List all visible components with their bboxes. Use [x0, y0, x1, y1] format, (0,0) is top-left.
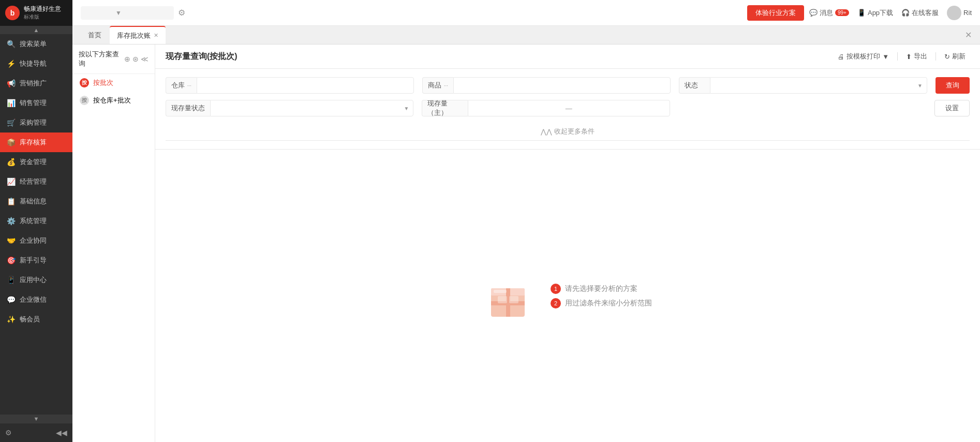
export-label: 导出 [914, 52, 927, 61]
sidebar-item-system[interactable]: ⚙️ 系统管理 [0, 211, 72, 231]
enterprise-wechat-icon: 💬 [6, 295, 16, 304]
sidebar-item-quick-nav[interactable]: ⚡ 快捷导航 [0, 54, 72, 73]
stock-status-select[interactable]: 有库存 无库存 全部 [211, 100, 413, 116]
phone-icon: 📱 [857, 9, 866, 17]
export-icon: ⬆ [906, 53, 912, 61]
panel-close-button[interactable]: ✕ [965, 30, 972, 40]
tab-inventory-batch-label: 库存批次账 [117, 31, 151, 40]
scheme-label: 按仓库+批次 [93, 96, 131, 105]
basic-info-icon: 📋 [6, 197, 16, 206]
collapse-label: 收起更多条件 [554, 127, 595, 136]
collapse-up-icon: ⋀⋀ [541, 128, 552, 136]
search-menu-icon: 🔍 [6, 39, 16, 49]
sidebar-item-label: 应用中心 [20, 275, 47, 285]
export-button[interactable]: ⬆ 导出 [902, 50, 931, 63]
topbar-gear-icon[interactable]: ⚙ [178, 8, 185, 18]
tabbar-right: ✕ [965, 30, 972, 40]
sidebar-item-label: 企业协同 [20, 236, 47, 245]
settings-button[interactable]: 设置 [934, 100, 970, 116]
collapse-panel-button[interactable]: ≪ [141, 55, 149, 63]
left-panel-header: 按以下方案查询 ⊕ ⊛ ≪ [72, 45, 155, 74]
print-icon: 🖨 [838, 53, 844, 61]
query-form-row-1: 仓库 ··· 商品 ··· 状态 [166, 77, 970, 94]
right-panel: 现存量查询(按批次) 🖨 按模板打印 ▼ ⬆ 导出 ↻ 刷 [155, 45, 980, 442]
empty-step-2: 2 用过滤条件来缩小分析范围 [551, 298, 652, 308]
sidebar-item-enterprise-wechat[interactable]: 💬 企业微信 [0, 290, 72, 310]
sidebar-item-basic-info[interactable]: 📋 基础信息 [0, 191, 72, 211]
add-scheme-button[interactable]: ⊕ [124, 55, 130, 63]
tab-close-button[interactable]: ✕ [154, 33, 158, 38]
scheme-inactive-icon: 按 [80, 96, 89, 105]
sidebar-item-marketing[interactable]: 📢 营销推广 [0, 73, 72, 93]
empty-step-1: 1 请先选择要分析的方案 [551, 284, 652, 294]
app-download-button[interactable]: 📱 App下载 [857, 8, 893, 18]
scheme-settings-button[interactable]: ⊛ [132, 55, 139, 63]
user-name: Rit [963, 9, 972, 17]
collapse-sidebar-button[interactable]: ◀◀ [56, 429, 67, 437]
app-logo: b [5, 6, 20, 20]
sidebar-item-search-menu[interactable]: 🔍 搜索菜单 [0, 34, 72, 54]
sidebar-item-app-center[interactable]: 📱 应用中心 [0, 270, 72, 290]
sidebar: b 畅康通好生意 标准版 ▲ 🔍 搜索菜单 ⚡ 快捷导航 📢 营销推广 📊 销售… [0, 0, 72, 442]
collapse-bar[interactable]: ⋀⋀ 收起更多条件 [166, 123, 970, 141]
topbar-left: ▼ ⚙ [81, 6, 742, 20]
scheme-item-by-batch[interactable]: 按 按批次 [72, 74, 155, 92]
newbie-icon: 🎯 [6, 256, 16, 265]
quick-nav-icon: ⚡ [6, 59, 16, 68]
tab-home-label: 首页 [88, 31, 101, 40]
status-select[interactable]: 正常 锁定 [710, 78, 927, 93]
sidebar-item-newbie[interactable]: 🎯 新手引导 [0, 251, 72, 270]
member-icon: ✨ [6, 315, 16, 324]
message-icon: 💬 [809, 9, 818, 17]
sidebar-item-inventory[interactable]: 📦 库存核算 [0, 132, 72, 152]
warehouse-input[interactable] [197, 77, 414, 94]
warehouse-more-icon[interactable]: ··· [187, 83, 191, 89]
print-button[interactable]: 🖨 按模板打印 ▼ [834, 50, 893, 63]
user-area[interactable]: Rit [947, 6, 972, 20]
print-dropdown-icon: ▼ [882, 53, 889, 61]
product-more-icon[interactable]: ··· [444, 83, 448, 89]
tab-home[interactable]: 首页 [81, 26, 109, 44]
shine [494, 290, 507, 293]
industry-solution-button[interactable]: 体验行业方案 [747, 5, 804, 21]
step-num-1: 1 [551, 284, 561, 294]
stock-qty-max-input[interactable] [574, 102, 670, 115]
empty-steps: 1 请先选择要分析的方案 2 用过滤条件来缩小分析范围 [551, 284, 652, 308]
empty-svg [483, 270, 535, 322]
sidebar-item-finance[interactable]: 💰 资金管理 [0, 152, 72, 172]
query-form-row-2: 现存量状态 有库存 无库存 全部 ▼ [166, 100, 970, 116]
warehouse-field: 仓库 ··· [166, 77, 414, 94]
headset-icon: 🎧 [901, 9, 910, 17]
face-right [509, 296, 518, 303]
sidebar-item-enterprise[interactable]: 🤝 企业协同 [0, 231, 72, 251]
sidebar-item-label: 快捷导航 [20, 59, 47, 68]
box-ribbon-h [491, 301, 525, 305]
product-input[interactable] [453, 77, 671, 94]
messages-button[interactable]: 💬 消息 99+ [809, 8, 849, 18]
search-dropdown-button[interactable]: ▼ [115, 9, 122, 17]
user-avatar [947, 6, 961, 20]
scheme-item-by-warehouse-batch[interactable]: 按 按仓库+批次 [72, 92, 155, 109]
sidebar-item-member[interactable]: ✨ 畅会员 [0, 310, 72, 329]
settings-icon[interactable]: ⚙ [5, 429, 12, 437]
sidebar-nav: 🔍 搜索菜单 ⚡ 快捷导航 📢 营销推广 📊 销售管理 🛒 采购管理 📦 库存核… [0, 34, 72, 415]
stock-status-label: 现存量状态 [166, 100, 210, 116]
query-button[interactable]: 查询 [936, 77, 970, 94]
scheme-active-icon: 按 [80, 78, 89, 87]
online-service-button[interactable]: 🎧 在线客服 [901, 8, 939, 18]
sidebar-scroll-down[interactable]: ▼ [0, 415, 72, 423]
query-form: 仓库 ··· 商品 ··· 状态 [155, 69, 980, 150]
sidebar-item-label: 资金管理 [20, 157, 47, 167]
tab-inventory-batch[interactable]: 库存批次账 ✕ [110, 26, 166, 44]
content-area: 按以下方案查询 ⊕ ⊛ ≪ 按 按批次 按 按仓库+批次 现存量查询(按批次) [72, 45, 980, 442]
topbar: ▼ ⚙ 体验行业方案 💬 消息 99+ 📱 App下载 🎧 在线客服 R [72, 0, 980, 26]
sidebar-item-label: 畅会员 [20, 315, 40, 324]
system-icon: ⚙️ [6, 216, 16, 226]
refresh-button[interactable]: ↻ 刷新 [940, 50, 970, 63]
online-service-label: 在线客服 [912, 8, 939, 18]
stock-qty-min-input[interactable] [468, 102, 563, 115]
sidebar-item-purchase[interactable]: 🛒 采购管理 [0, 113, 72, 132]
sidebar-item-sales[interactable]: 📊 销售管理 [0, 93, 72, 113]
sidebar-item-operations[interactable]: 📈 经营管理 [0, 172, 72, 191]
sidebar-scroll-up[interactable]: ▲ [0, 26, 72, 34]
